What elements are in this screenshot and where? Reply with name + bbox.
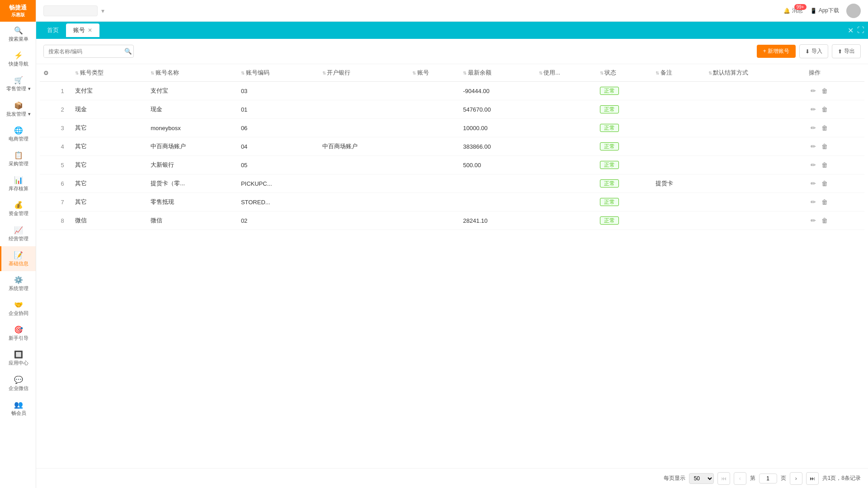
last-page-button[interactable]: ⏭ [806, 472, 819, 485]
total-label: 共1页，8条记录 [822, 474, 861, 482]
sidebar-item-retail-mgmt[interactable]: 🛒 零售管理 ▾ [0, 71, 36, 96]
account-table-container: ⚙⇅ 账号类型⇅ 账号名称⇅ 账号编码⇅ 开户银行⇅ 账号⇅ 最新余额⇅ 使用.… [36, 64, 868, 468]
search-input[interactable] [44, 46, 121, 57]
sidebar-item-new-guide[interactable]: 🎯 新手引导 [0, 321, 36, 346]
topbar-search-input[interactable] [43, 5, 98, 16]
row-code-5: PICKUPC... [237, 174, 319, 193]
sidebar-item-inventory[interactable]: 📊 库存核算 [0, 171, 36, 196]
sidebar-item-enterprise-wechat[interactable]: 💬 企业微信 [0, 371, 36, 396]
edit-button-1[interactable]: ✏ [809, 105, 818, 114]
notice-badge: 99+ [794, 4, 807, 10]
avatar[interactable] [846, 4, 861, 18]
add-account-button[interactable]: + 新增账号 [757, 45, 796, 58]
status-badge-5: 正常 [600, 179, 619, 188]
column-status[interactable]: ⇅ 状态 [596, 64, 652, 82]
sidebar-item-purchase-mgmt[interactable]: 📋 采购管理 [0, 146, 36, 171]
sidebar-item-wholesale-mgmt[interactable]: 📦 批发管理 ▾ [0, 97, 36, 122]
delete-button-2[interactable]: 🗑 [820, 123, 830, 132]
column-remark[interactable]: ⇅ 备注 [652, 64, 705, 82]
edit-button-3[interactable]: ✏ [809, 142, 818, 151]
row-bank-2 [319, 119, 409, 137]
column-balance[interactable]: ⇅ 最新余额 [459, 64, 535, 82]
sidebar-item-search-menu[interactable]: 🔍 搜索菜单 [0, 22, 36, 47]
page-size-select[interactable]: 50 100 200 [689, 473, 714, 484]
content-panel: 🔍 + 新增账号 ⬇ 导入 ⬆ 导出 ⚙⇅ 账号类型⇅ 账号名称⇅ 账号编码⇅ … [36, 39, 868, 488]
search-button[interactable]: 🔍 [121, 45, 134, 57]
row-settings-2 [40, 119, 53, 137]
sidebar-item-operations-mgmt[interactable]: 📈 经营管理 [0, 221, 36, 246]
row-account-no-0 [409, 82, 459, 100]
column-account_no[interactable]: ⇅ 账号 [409, 64, 459, 82]
sidebar-label-members: 畅会员 [11, 410, 26, 416]
edit-button-6[interactable]: ✏ [809, 197, 818, 206]
row-status-2: 正常 [596, 119, 652, 137]
delete-button-3[interactable]: 🗑 [820, 142, 830, 151]
page-number-input[interactable] [759, 474, 777, 483]
tab-fullscreen-icon[interactable]: ⛶ [857, 26, 864, 34]
tab-account[interactable]: 账号 ✕ [66, 23, 99, 37]
row-settings-7 [40, 211, 53, 230]
column-default_settlement[interactable]: ⇅ 默认结算方式 [705, 64, 806, 82]
sidebar-item-members[interactable]: 👥 畅会员 [0, 396, 36, 421]
edit-button-7[interactable]: ✏ [809, 216, 818, 225]
row-code-3: 04 [237, 137, 319, 156]
sidebar-item-enterprise-agreement[interactable]: 🤝 企业协同 [0, 296, 36, 321]
delete-button-0[interactable]: 🗑 [820, 86, 830, 95]
row-status-6: 正常 [596, 193, 652, 211]
delete-button-6[interactable]: 🗑 [820, 197, 830, 206]
sidebar-label-system-mgmt: 系统管理 [9, 286, 28, 291]
settings-col-icon[interactable]: ⚙ [43, 70, 49, 76]
row-remark-6 [652, 193, 705, 211]
row-account-no-3 [409, 137, 459, 156]
row-name-2: moneybosx [147, 119, 237, 137]
sidebar-item-finance-mgmt[interactable]: 💰 资金管理 [0, 196, 36, 221]
column-bank[interactable]: ⇅ 开户银行 [319, 64, 409, 82]
row-usage-2 [535, 119, 596, 137]
sidebar-item-app-center[interactable]: 🔲 应用中心 [0, 346, 36, 371]
row-settings-0 [40, 82, 53, 100]
download-button[interactable]: 📱 App下载 [810, 7, 839, 14]
sidebar-icon-purchase-mgmt: 📋 [14, 151, 23, 160]
column-type[interactable]: ⇅ 账号类型 [71, 64, 147, 82]
edit-button-2[interactable]: ✏ [809, 123, 818, 132]
download-icon: 📱 [810, 8, 817, 14]
row-usage-1 [535, 100, 596, 119]
row-account-no-1 [409, 100, 459, 119]
row-account-no-7 [409, 211, 459, 230]
sidebar-item-quick-nav[interactable]: ⚡ 快捷导航 [0, 47, 36, 71]
topbar-dropdown-icon[interactable]: ▾ [101, 7, 104, 14]
row-name-1: 现金 [147, 100, 237, 119]
edit-button-5[interactable]: ✏ [809, 179, 818, 188]
sidebar: 畅捷通 乐惠版 🔍 搜索菜单⚡ 快捷导航🛒 零售管理 ▾📦 批发管理 ▾🌐 电商… [0, 0, 36, 488]
sidebar-item-system-mgmt[interactable]: ⚙️ 系统管理 [0, 271, 36, 296]
tab-home[interactable]: 首页 [40, 23, 66, 37]
sidebar-icon-system-mgmt: ⚙️ [14, 276, 23, 284]
edit-button-4[interactable]: ✏ [809, 160, 818, 169]
column-usage[interactable]: ⇅ 使用... [535, 64, 596, 82]
next-page-button[interactable]: › [790, 472, 802, 485]
tab-close-account[interactable]: ✕ [88, 28, 92, 33]
row-bank-5 [319, 174, 409, 193]
tab-close-all-icon[interactable]: ✕ [848, 26, 854, 35]
delete-button-4[interactable]: 🗑 [820, 160, 830, 169]
table-row: 4 其它 中百商场账户 04 中百商场账户 383866.00 正常 ✏ 🗑 [40, 137, 864, 156]
column-name[interactable]: ⇅ 账号名称 [147, 64, 237, 82]
status-badge-4: 正常 [600, 161, 619, 169]
delete-button-5[interactable]: 🗑 [820, 179, 830, 188]
import-button[interactable]: ⬇ 导入 [799, 44, 828, 58]
notice-button[interactable]: 🔔 消息 99+ [783, 7, 803, 14]
edit-button-0[interactable]: ✏ [809, 86, 818, 95]
row-index-1: 2 [53, 100, 71, 119]
table-row: 2 现金 现金 01 547670.00 正常 ✏ 🗑 [40, 100, 864, 119]
export-button[interactable]: ⬆ 导出 [832, 44, 861, 58]
sidebar-item-basic-info[interactable]: 📝 基础信息 [0, 246, 36, 271]
prev-page-button[interactable]: ‹ [734, 472, 746, 485]
column-code[interactable]: ⇅ 账号编码 [237, 64, 319, 82]
first-page-button[interactable]: ⏮ [717, 472, 730, 485]
row-actions-6: ✏ 🗑 [805, 193, 864, 211]
sidebar-icon-search-menu: 🔍 [14, 26, 23, 35]
delete-button-1[interactable]: 🗑 [820, 105, 830, 114]
sidebar-item-ecommerce-mgmt[interactable]: 🌐 电商管理 [0, 122, 36, 146]
row-code-6: STORED... [237, 193, 319, 211]
delete-button-7[interactable]: 🗑 [820, 216, 830, 225]
